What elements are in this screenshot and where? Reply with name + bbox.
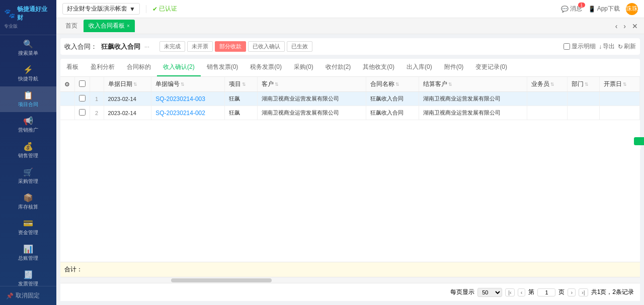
- prev-tab-button[interactable]: ‹: [613, 21, 620, 31]
- row-check-1[interactable]: [79, 109, 86, 116]
- inner-tab-9[interactable]: 出入库(0): [400, 59, 438, 76]
- sidebar-item-2[interactable]: 📋项目合同: [0, 86, 56, 112]
- page-input[interactable]: [537, 288, 555, 296]
- first-page-button[interactable]: |‹: [505, 288, 515, 296]
- order-link-1[interactable]: SQ-20230214-002: [155, 110, 205, 117]
- sidebar-item-4[interactable]: 💰销售管理: [0, 138, 56, 163]
- next-tab-button[interactable]: ›: [621, 21, 628, 31]
- inner-tab-10[interactable]: 附件(0): [438, 59, 470, 76]
- select-all-checkbox[interactable]: [79, 80, 86, 87]
- status-buttons: 未完成未开票部分收款已收入确认已生效: [159, 41, 312, 52]
- order-link-0[interactable]: SQ-20230214-003: [155, 95, 205, 103]
- status-btn-3[interactable]: 已收入确认: [248, 41, 285, 52]
- inner-tab-7[interactable]: 收付款(2): [319, 59, 357, 76]
- sidebar-item-9[interactable]: 🧾发票管理: [0, 266, 56, 286]
- right-action-bar: 收付款: [634, 137, 644, 145]
- row-orderno-0: SQ-20230214-003: [151, 92, 225, 106]
- inner-tab-5[interactable]: 税务发票(0): [244, 59, 288, 76]
- app-download-action[interactable]: 📱 App下载: [588, 5, 620, 13]
- inner-tab-8[interactable]: 其他收支(0): [357, 59, 400, 76]
- sidebar-item-1[interactable]: ⚡快捷导航: [0, 61, 56, 86]
- project-sort[interactable]: 项目 ⇅: [229, 80, 253, 88]
- close-tab-button[interactable]: ✕: [630, 21, 640, 31]
- dept-col-label: 部门: [572, 80, 584, 88]
- sidebar-item-3[interactable]: 📢营销推广: [0, 112, 56, 138]
- sidebar-item-6[interactable]: 📦库存核算: [0, 189, 56, 215]
- inner-tab-6[interactable]: 采购(0): [288, 59, 319, 76]
- table-body: 1 2023-02-14 SQ-20230214-003 狂飙 湖南卫视商业运营…: [60, 92, 640, 120]
- export-button[interactable]: ↓ 导出: [599, 42, 615, 51]
- orderno-col-label: 单据编号: [155, 80, 180, 88]
- right-action-button[interactable]: 收付款: [634, 137, 644, 145]
- check-icon: ✔: [152, 6, 157, 13]
- sort-icon-9: ⇅: [623, 82, 627, 87]
- sidebar-item-0[interactable]: 🔍搜索菜单: [0, 35, 56, 61]
- refresh-button[interactable]: ↻ 刷新: [618, 42, 636, 51]
- user-name: 珠珠: [626, 5, 638, 13]
- topbar: 好业财专业版演示帐套 ▼ ✔ 已认证 💬 消息 1 📱 App下载 珠珠: [56, 0, 644, 18]
- contract-name-sort[interactable]: 合同名称 ⇅: [370, 80, 415, 88]
- inner-tab-11[interactable]: 变更记录(0): [469, 59, 513, 76]
- inner-tab-3[interactable]: 收入确认(2): [157, 59, 201, 76]
- active-tab[interactable]: 收入合同看板 ×: [84, 20, 135, 32]
- checkbox-col-header: [74, 77, 90, 92]
- sidebar-item-7[interactable]: 💳资金管理: [0, 215, 56, 240]
- dept-col-header: 部门 ⇅: [567, 77, 599, 92]
- last-page-button[interactable]: ›|: [579, 288, 588, 296]
- home-tab[interactable]: 首页: [60, 20, 83, 32]
- row-checkbox-0: [74, 92, 90, 106]
- scrollbar-thumb[interactable]: [171, 278, 272, 282]
- horizontal-scrollbar[interactable]: [60, 277, 640, 283]
- settings-icon[interactable]: ⚙: [64, 81, 70, 88]
- message-action[interactable]: 💬 消息 1: [561, 5, 582, 13]
- date-sort[interactable]: 单据日期 ⇅: [108, 80, 147, 88]
- inner-tab-2[interactable]: 合同标的: [121, 59, 157, 76]
- row-customer-1: 湖南卫视商业运营发展有限公司: [257, 106, 366, 120]
- sidebar-item-5[interactable]: 🛒采购管理: [0, 163, 56, 189]
- settings-col-header: ⚙: [60, 77, 74, 92]
- active-tab-label: 收入合同看板: [89, 22, 125, 30]
- contract-name: 狂飙收入合同: [101, 42, 140, 51]
- dept-sort[interactable]: 部门 ⇅: [572, 80, 595, 88]
- project-col-label: 项目: [229, 80, 241, 88]
- sidebar-item-8[interactable]: 📊总账管理: [0, 240, 56, 266]
- sidebar-icon-5: 🛒: [23, 167, 33, 177]
- sidebar-nav: 🔍搜索菜单⚡快捷导航📋项目合同📢营销推广💰销售管理🛒采购管理📦库存核算💳资金管理…: [0, 35, 56, 286]
- chevron-down-icon: ▼: [129, 6, 135, 13]
- status-btn-0[interactable]: 未完成: [159, 41, 185, 52]
- inner-tab-4[interactable]: 销售发票(0): [201, 59, 245, 76]
- prev-page-button[interactable]: ‹: [518, 288, 526, 296]
- contract-actions: 显示明细 ↓ 导出 ↻ 刷新: [564, 42, 636, 51]
- refresh-icon: ↻: [618, 43, 623, 50]
- table-row: 1 2023-02-14 SQ-20230214-003 狂飙 湖南卫视商业运营…: [60, 92, 640, 106]
- invoice-date-sort[interactable]: 开票日 ⇅: [604, 80, 635, 88]
- table-row: 2 2023-02-14 SQ-20230214-002 狂飙 湖南卫视商业运营…: [60, 106, 640, 120]
- settle-sort[interactable]: 结算客户 ⇅: [423, 80, 523, 88]
- unpin-button[interactable]: 📌 取消固定: [2, 289, 54, 302]
- status-btn-1[interactable]: 未开票: [187, 41, 213, 52]
- tab-close-button[interactable]: ×: [127, 23, 130, 29]
- inner-tab-1[interactable]: 盈利分析: [85, 59, 121, 76]
- table-scroll[interactable]: ⚙ 单据日期 ⇅: [60, 77, 640, 262]
- row-settle-1: 湖南卫视商业运营发展有限公司: [419, 106, 527, 120]
- status-btn-4[interactable]: 已生效: [287, 41, 312, 52]
- more-button[interactable]: ···: [144, 43, 149, 50]
- data-table: ⚙ 单据日期 ⇅: [60, 77, 640, 120]
- date-col-label: 单据日期: [108, 80, 132, 88]
- topbar-right: 💬 消息 1 📱 App下载 珠珠: [561, 3, 638, 15]
- orderno-sort[interactable]: 单据编号 ⇅: [155, 80, 220, 88]
- show-detail-checkbox[interactable]: [564, 43, 570, 50]
- company-selector[interactable]: 好业财专业版演示帐套 ▼: [62, 3, 140, 15]
- per-page-select[interactable]: 50 100 200: [477, 288, 502, 297]
- table-head: ⚙ 单据日期 ⇅: [60, 77, 640, 92]
- certified-badge: ✔ 已认证: [152, 5, 177, 13]
- customer-col-label: 客户: [262, 80, 274, 88]
- row-check-0[interactable]: [79, 95, 86, 101]
- status-btn-2[interactable]: 部分收款: [215, 41, 246, 52]
- inner-tab-0[interactable]: 看板: [60, 59, 85, 76]
- salesperson-sort[interactable]: 业务员 ⇅: [531, 80, 563, 88]
- next-page-button[interactable]: ›: [568, 288, 576, 296]
- customer-sort[interactable]: 客户 ⇅: [262, 80, 362, 88]
- sidebar-icon-7: 💳: [23, 219, 33, 228]
- user-action[interactable]: 珠珠: [626, 3, 638, 15]
